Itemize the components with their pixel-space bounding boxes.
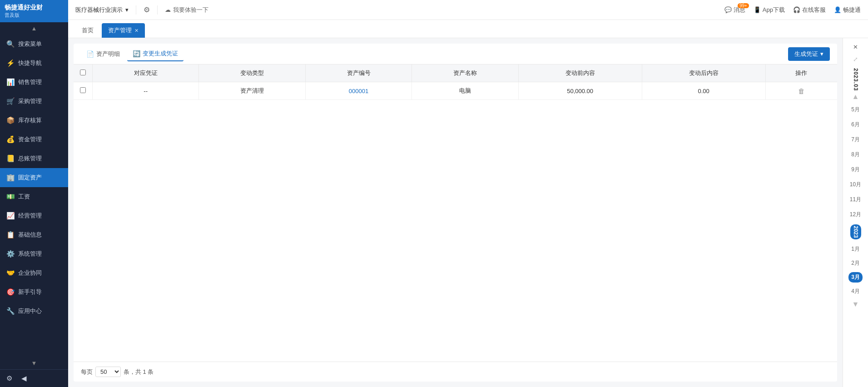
phone-icon: 📱 [754, 6, 761, 13]
month-label: 2月 [848, 258, 863, 268]
sidebar-item-ledger[interactable]: 📒总账管理 [0, 149, 68, 168]
company-selector[interactable]: 医疗器械行业演示 ▾ [75, 6, 129, 14]
timeline-month-item[interactable]: 6月 [847, 118, 864, 132]
timeline-month-item[interactable]: 11月 [847, 193, 864, 207]
sidebar-item-purchase[interactable]: 🛒采购管理 [0, 92, 68, 111]
sidebar-nav: 🔍搜索菜单⚡快捷导航📊销售管理🛒采购管理📦库存核算💰资金管理📒总账管理🏢固定资产… [0, 35, 68, 357]
timeline-month-item[interactable]: 4月 [843, 284, 868, 298]
gear-icon[interactable]: ⚙ [144, 5, 150, 14]
sidebar-label-sales: 销售管理 [18, 78, 42, 86]
experience-button[interactable]: ☁ 我要体验一下 [165, 6, 208, 14]
sidebar-item-finance[interactable]: 💰资金管理 [0, 130, 68, 149]
right-panel: ✕ ⤢ 2023.03 ▲ 5月6月7月8月9月10月11月12月20231月2… [843, 38, 868, 387]
asset-table: 对应凭证 变动类型 资产编号 资产名称 变动前内容 变动后内容 操作 -- 资产… [74, 64, 837, 100]
current-year-label: 2023 [850, 224, 861, 239]
nav-up-arrow[interactable]: ▲ [850, 91, 861, 103]
online-support-label: 在线客服 [802, 6, 826, 14]
subtab-changegenerate[interactable]: 🔄 变更生成凭证 [127, 47, 184, 61]
row-checkbox-0 [74, 82, 93, 100]
tab-home[interactable]: 首页 [75, 23, 100, 38]
headset-icon: 🎧 [793, 6, 800, 13]
row-check-0[interactable] [80, 87, 86, 93]
list-icon: 📄 [86, 50, 94, 58]
search-icon: 🔍 [6, 40, 15, 48]
month-label: 1月 [848, 244, 863, 254]
logo-title: 畅捷通好业财 [5, 4, 43, 12]
message-icon: 💬 [724, 6, 732, 13]
timeline-month-item[interactable]: 1月 [843, 242, 868, 256]
timeline-before-group: 5月6月7月8月9月10月11月12月 [847, 103, 864, 222]
th-beforechange: 变动前内容 [518, 64, 642, 82]
messages-badge: 99+ [738, 3, 749, 8]
subtab-assetlist-label: 资产明细 [96, 50, 120, 58]
panel-close-icon[interactable]: ✕ [851, 42, 860, 52]
table-row: -- 资产清理 000001 电脑 50,000.00 0.00 🗑 [74, 82, 837, 100]
subtabs: 📄 资产明细 🔄 变更生成凭证 生成凭证 ▾ [74, 44, 837, 64]
th-assetname: 资产名称 [412, 64, 518, 82]
guide-icon: 🎯 [6, 288, 15, 296]
sidebar-item-guide[interactable]: 🎯新手引导 [0, 283, 68, 302]
select-all-checkbox[interactable] [80, 69, 86, 75]
sysadmin-icon: ⚙️ [6, 250, 15, 258]
sidebar-label-fixedasset: 固定资产 [18, 174, 42, 182]
timeline-month-item[interactable]: 10月 [847, 178, 864, 192]
user-menu[interactable]: 👤 畅捷通 [834, 6, 861, 14]
timeline-month-item[interactable]: 12月 [847, 208, 864, 222]
tab-label-home: 首页 [82, 26, 94, 35]
sidebar-item-basicinfo[interactable]: 📋基础信息 [0, 225, 68, 244]
sidebar-item-search[interactable]: 🔍搜索菜单 [0, 35, 68, 54]
online-support-button[interactable]: 🎧 在线客服 [793, 6, 826, 14]
generate-voucher-button[interactable]: 生成凭证 ▾ [788, 47, 830, 61]
timeline-month-item[interactable]: 9月 [847, 163, 864, 177]
timeline-year-label: 2023.03 [853, 68, 859, 91]
timeline-month-item[interactable]: 7月 [847, 133, 864, 147]
sidebar-label-collab: 企业协同 [18, 269, 42, 277]
messages-button[interactable]: 💬 消息 99+ [724, 6, 745, 14]
collapse-icon[interactable]: ◀ [21, 374, 27, 382]
timeline-month-item[interactable]: 5月 [847, 103, 864, 117]
sidebar-item-quicknav[interactable]: ⚡快捷导航 [0, 54, 68, 73]
scroll-down-arrow[interactable]: ▼ [0, 357, 68, 369]
page-size-select[interactable]: 102050100 [95, 367, 121, 377]
delete-icon-0[interactable]: 🗑 [798, 87, 805, 95]
row-voucher-0: -- [93, 82, 199, 100]
main-area: 医疗器械行业演示 ▾ ⚙ ☁ 我要体验一下 💬 消息 99+ 📱 App下载 🎧… [68, 0, 868, 387]
timeline-month-item[interactable]: 2月 [843, 256, 868, 270]
timeline-month-item[interactable]: 8月 [847, 148, 864, 162]
tab-close-asset[interactable]: ✕ [134, 28, 139, 34]
sidebar-item-appcenter[interactable]: 🔧应用中心 [0, 302, 68, 321]
sidebar-item-sales[interactable]: 📊销售管理 [0, 73, 68, 92]
quicknav-icon: ⚡ [6, 59, 15, 67]
settings-icon[interactable]: ⚙ [6, 374, 12, 382]
timeline-month-item[interactable]: 3月 [843, 270, 868, 284]
sidebar-item-payroll[interactable]: 💵工资 [0, 187, 68, 206]
month-label: 11月 [847, 194, 864, 205]
subtab-assetlist[interactable]: 📄 资产明细 [81, 47, 125, 61]
sidebar-item-operation[interactable]: 📈经营管理 [0, 206, 68, 225]
sidebar-item-collab[interactable]: 🤝企业协同 [0, 263, 68, 283]
month-label: 4月 [848, 286, 863, 297]
table-wrapper: 对应凭证 变动类型 资产编号 资产名称 变动前内容 变动后内容 操作 -- 资产… [74, 64, 837, 362]
row-action-0: 🗑 [765, 82, 837, 100]
sidebar-item-inventory[interactable]: 📦库存核算 [0, 111, 68, 130]
th-action: 操作 [765, 64, 837, 82]
app-download-label: App下载 [763, 6, 785, 14]
app-download-button[interactable]: 📱 App下载 [754, 6, 785, 14]
topbar-right: 💬 消息 99+ 📱 App下载 🎧 在线客服 👤 畅捷通 [724, 6, 861, 14]
sidebar-item-sysadmin[interactable]: ⚙️系统管理 [0, 244, 68, 263]
month-label: 9月 [848, 164, 863, 175]
sidebar-label-appcenter: 应用中心 [18, 307, 42, 315]
th-checkbox [74, 64, 93, 82]
appcenter-icon: 🔧 [6, 307, 15, 315]
scroll-up-arrow[interactable]: ▲ [0, 22, 68, 35]
sidebar-item-fixedasset[interactable]: 🏢固定资产 [0, 168, 68, 187]
topbar: 医疗器械行业演示 ▾ ⚙ ☁ 我要体验一下 💬 消息 99+ 📱 App下载 🎧… [68, 0, 868, 20]
sidebar-label-inventory: 库存核算 [18, 116, 42, 124]
tab-asset[interactable]: 资产管理✕ [102, 23, 145, 38]
panel-expand-icon[interactable]: ⤢ [851, 54, 860, 64]
fixedasset-icon: 🏢 [6, 174, 15, 182]
nav-down-arrow[interactable]: ▼ [850, 298, 861, 310]
tabbar: 首页资产管理✕ [68, 20, 868, 38]
table-header-row: 对应凭证 变动类型 资产编号 资产名称 变动前内容 变动后内容 操作 [74, 64, 837, 82]
row-beforechange-0: 50,000.00 [518, 82, 642, 100]
